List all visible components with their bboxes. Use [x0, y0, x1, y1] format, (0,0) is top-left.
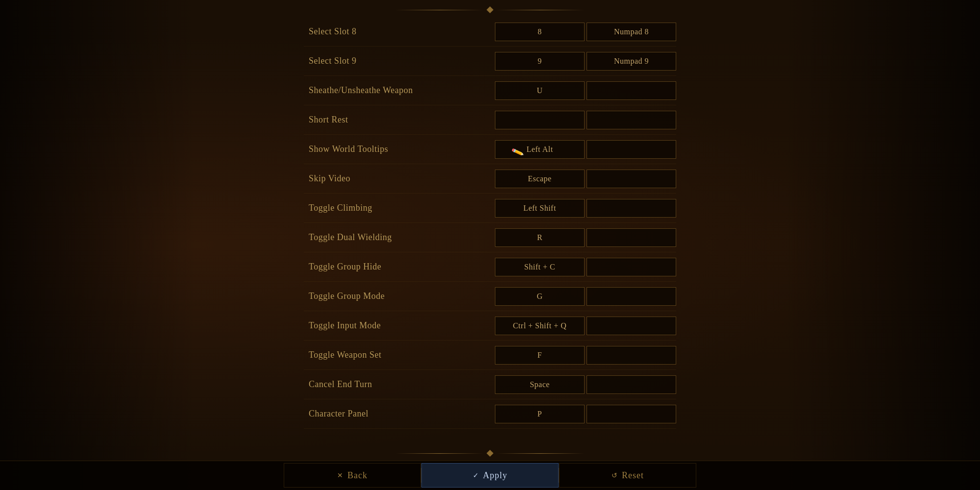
keybind-label: Toggle Group Hide [304, 262, 495, 272]
keybind-primary-button[interactable]: Ctrl + Shift + Q [495, 317, 585, 335]
keybind-row: Select Slot 99Numpad 9 [304, 47, 676, 76]
keybind-secondary-button[interactable] [587, 317, 676, 335]
keybind-secondary-button[interactable]: Numpad 9 [587, 52, 676, 71]
keybind-row: Toggle ClimbingLeft Shift [304, 194, 676, 223]
keybind-label: Sheathe/Unsheathe Weapon [304, 85, 495, 96]
keybind-row: Toggle Group HideShift + C [304, 252, 676, 282]
keybind-primary-button[interactable] [495, 111, 585, 129]
keybind-button-group: P [495, 405, 676, 423]
main-container: Select Slot 88Numpad 8Select Slot 99Nump… [0, 0, 980, 490]
keybind-row: Toggle Weapon SetF [304, 341, 676, 370]
keybind-primary-button[interactable]: P [495, 405, 585, 423]
keybind-primary-button[interactable]: Left Shift [495, 199, 585, 218]
keybind-label: Short Rest [304, 115, 495, 125]
keybind-primary-button[interactable]: R [495, 228, 585, 247]
keybind-primary-button[interactable]: Escape [495, 170, 585, 188]
keybind-button-group: R [495, 228, 676, 247]
apply-icon: ✓ [473, 471, 479, 480]
back-button[interactable]: ✕ Back [284, 463, 421, 488]
back-icon: ✕ [337, 471, 343, 480]
keybind-row: Toggle Group ModeG [304, 282, 676, 311]
keybind-label: Toggle Dual Wielding [304, 232, 495, 243]
keybind-secondary-button[interactable] [587, 170, 676, 188]
keybind-row: Skip VideoEscape [304, 164, 676, 194]
keybind-row: Character PanelP [304, 399, 676, 429]
apply-label: Apply [483, 470, 508, 481]
keybind-row: Toggle Input ModeCtrl + Shift + Q [304, 311, 676, 341]
keybind-button-group: G [495, 287, 676, 306]
ornament-line-right [496, 10, 585, 10]
keybind-primary-button[interactable]: 9 [495, 52, 585, 71]
keybind-secondary-button[interactable] [587, 228, 676, 247]
keybind-label: Toggle Climbing [304, 203, 495, 213]
keybind-button-group: Left Alt [495, 140, 676, 159]
keybind-secondary-button[interactable] [587, 346, 676, 365]
keybind-row: Cancel End TurnSpace [304, 370, 676, 399]
keybind-label: Character Panel [304, 409, 495, 419]
reset-label: Reset [622, 470, 644, 481]
ornament-diamond [487, 6, 493, 13]
keybind-label: Select Slot 8 [304, 26, 495, 37]
keybind-button-group: Space [495, 375, 676, 394]
ornament-line-left [395, 10, 484, 10]
keybind-row: Select Slot 88Numpad 8 [304, 17, 676, 47]
keybind-secondary-button[interactable] [587, 140, 676, 159]
keybind-list: Select Slot 88Numpad 8Select Slot 99Nump… [304, 17, 676, 434]
top-ornament [392, 2, 588, 17]
reset-button[interactable]: ↺ Reset [559, 463, 696, 488]
keybind-row: Toggle Dual WieldingR [304, 223, 676, 252]
keybind-primary-button[interactable]: Space [495, 375, 585, 394]
keybind-label: Select Slot 9 [304, 56, 495, 66]
keybind-button-group: 8Numpad 8 [495, 23, 676, 41]
keybind-button-group: 9Numpad 9 [495, 52, 676, 71]
keybind-button-group: U [495, 81, 676, 100]
keybind-secondary-button[interactable] [587, 111, 676, 129]
keybind-label: Toggle Weapon Set [304, 350, 495, 360]
keybind-label: Skip Video [304, 173, 495, 184]
keybind-button-group: F [495, 346, 676, 365]
keybind-secondary-button[interactable] [587, 405, 676, 423]
bottom-ornament [392, 448, 588, 458]
keybind-primary-button[interactable]: G [495, 287, 585, 306]
bottom-ornament-line-right [496, 453, 585, 454]
keybind-row: Sheathe/Unsheathe WeaponU [304, 76, 676, 105]
keybind-primary-button[interactable]: 8 [495, 23, 585, 41]
keybind-button-group: Escape [495, 170, 676, 188]
bottom-ornament-line-left [395, 453, 484, 454]
keybind-primary-button[interactable]: U [495, 81, 585, 100]
bottom-ornament-diamond [487, 450, 493, 457]
keybinding-content: Select Slot 88Numpad 8Select Slot 99Nump… [304, 17, 676, 448]
keybind-button-group [495, 111, 676, 129]
back-label: Back [347, 470, 368, 481]
keybind-secondary-button[interactable]: Numpad 8 [587, 23, 676, 41]
keybind-secondary-button[interactable] [587, 258, 676, 276]
apply-button[interactable]: ✓ Apply [421, 463, 559, 488]
keybind-label: Toggle Group Mode [304, 291, 495, 301]
keybind-primary-button[interactable]: Shift + C [495, 258, 585, 276]
keybind-secondary-button[interactable] [587, 199, 676, 218]
keybind-secondary-button[interactable] [587, 287, 676, 306]
keybind-row: Show World TooltipsLeft Alt [304, 135, 676, 164]
keybind-secondary-button[interactable] [587, 81, 676, 100]
keybind-secondary-button[interactable] [587, 375, 676, 394]
bottom-bar: ✕ Back ✓ Apply ↺ Reset [0, 461, 980, 490]
keybind-button-group: Shift + C [495, 258, 676, 276]
keybind-label: Toggle Input Mode [304, 320, 495, 331]
keybind-primary-button[interactable]: F [495, 346, 585, 365]
keybind-primary-button[interactable]: Left Alt [495, 140, 585, 159]
keybind-button-group: Ctrl + Shift + Q [495, 317, 676, 335]
keybind-row: Short Rest [304, 105, 676, 135]
reset-icon: ↺ [612, 471, 618, 480]
keybind-label: Cancel End Turn [304, 379, 495, 390]
keybind-button-group: Left Shift [495, 199, 676, 218]
keybind-label: Show World Tooltips [304, 144, 495, 154]
